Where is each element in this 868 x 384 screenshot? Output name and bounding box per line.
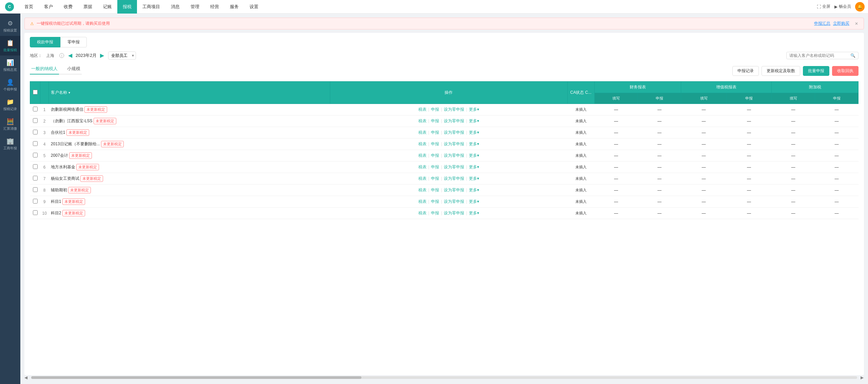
- sub-tab-small[interactable]: 小规模: [66, 64, 82, 74]
- row-checkbox-9[interactable]: [33, 210, 38, 215]
- declaration-record-button[interactable]: 申报记录: [732, 66, 759, 76]
- action-more-9[interactable]: 更多▾: [469, 211, 479, 215]
- action-declare-5[interactable]: 申报: [431, 165, 440, 169]
- update-tax-button[interactable]: 更新税定及取数: [762, 66, 800, 76]
- select-all-checkbox[interactable]: [33, 90, 38, 94]
- action-zero-5[interactable]: 设为零申报: [444, 165, 465, 169]
- search-icon[interactable]: 🔍: [850, 53, 855, 58]
- nav-tax[interactable]: 报税: [117, 0, 137, 14]
- nav-business[interactable]: 工商项目: [137, 0, 165, 14]
- nav-bookkeeping[interactable]: 记账: [98, 0, 117, 14]
- sidebar-item-tax-settings[interactable]: ⚙ 报税设置: [0, 16, 20, 36]
- row-checkbox-4[interactable]: [33, 153, 38, 157]
- row-checkbox-6[interactable]: [33, 176, 38, 180]
- nav-fee[interactable]: 收费: [58, 0, 78, 14]
- trial-banner-close[interactable]: ✕: [855, 21, 858, 26]
- sidebar-item-annual-tax[interactable]: 🧮 汇算清缴: [0, 114, 20, 134]
- action-zero-8[interactable]: 设为零申报: [444, 199, 465, 204]
- action-more-4[interactable]: 更多▾: [469, 153, 479, 158]
- collect-receipt-button[interactable]: 收取回执: [832, 66, 859, 76]
- action-tax-form-0[interactable]: 税表: [418, 107, 428, 112]
- action-tax-form-2[interactable]: 税表: [418, 130, 428, 135]
- region-info-icon[interactable]: i: [59, 53, 64, 58]
- action-declare-4[interactable]: 申报: [431, 153, 440, 158]
- action-more-3[interactable]: 更多▾: [469, 142, 479, 146]
- scroll-right-btn[interactable]: ▶: [861, 375, 864, 380]
- prev-month-button[interactable]: ◀: [68, 53, 72, 58]
- tab-tax-declaration[interactable]: 税款申报: [30, 37, 60, 47]
- status-tag-8: 未更新税定: [62, 198, 85, 205]
- action-tax-form-4[interactable]: 税表: [418, 153, 428, 158]
- sidebar-item-tax-overview[interactable]: 📊 报税总览: [0, 56, 20, 75]
- action-more-6[interactable]: 更多▾: [469, 176, 479, 181]
- action-tax-form-7[interactable]: 税表: [418, 188, 428, 192]
- sidebar-item-business-annual[interactable]: 🏢 工商年报: [0, 134, 20, 154]
- nav-operation[interactable]: 经营: [205, 0, 224, 14]
- horizontal-scrollbar[interactable]: ◀ ▶: [24, 375, 864, 380]
- action-declare-6[interactable]: 申报: [431, 176, 440, 181]
- action-declare-0[interactable]: 申报: [431, 107, 440, 112]
- fullscreen-button[interactable]: ⛶ 全屏: [817, 4, 830, 9]
- row-checkbox-3[interactable]: [33, 141, 38, 146]
- action-more-8[interactable]: 更多▾: [469, 199, 479, 204]
- action-more-2[interactable]: 更多▾: [469, 130, 479, 135]
- action-tax-form-1[interactable]: 税表: [418, 119, 428, 123]
- next-month-button[interactable]: ▶: [100, 53, 104, 58]
- action-tax-form-5[interactable]: 税表: [418, 165, 428, 169]
- action-more-0[interactable]: 更多▾: [469, 107, 479, 112]
- scroll-left-btn[interactable]: ◀: [24, 375, 28, 380]
- trial-banner-link2[interactable]: 立即购买: [833, 21, 849, 26]
- nav-home[interactable]: 首页: [19, 0, 39, 14]
- action-declare-7[interactable]: 申报: [431, 188, 440, 192]
- nav-client[interactable]: 客户: [39, 0, 58, 14]
- batch-declare-button[interactable]: 批量申报: [803, 66, 829, 76]
- action-more-7[interactable]: 更多▾: [469, 188, 479, 192]
- trial-banner-link1[interactable]: 申报汇总: [814, 21, 830, 26]
- row-col1-2: —: [638, 127, 681, 138]
- nav-manage[interactable]: 管理: [185, 0, 205, 14]
- action-more-5[interactable]: 更多▾: [469, 165, 479, 169]
- sub-tab-general[interactable]: 一般的纳税人: [30, 64, 59, 74]
- action-tax-form-9[interactable]: 税表: [418, 211, 428, 215]
- row-actions-5: 税表 | 申报 | 设为零申报 | 更多▾: [330, 162, 568, 173]
- action-zero-2[interactable]: 设为零申报: [444, 130, 465, 135]
- action-zero-9[interactable]: 设为零申报: [444, 211, 465, 215]
- action-declare-1[interactable]: 申报: [431, 119, 440, 123]
- search-input[interactable]: [789, 53, 850, 58]
- row-checkbox-8[interactable]: [33, 199, 38, 204]
- sidebar-item-tax-records[interactable]: 📁 报税记录: [0, 95, 20, 114]
- staff-select[interactable]: 全部员工: [108, 51, 136, 60]
- action-zero-1[interactable]: 设为零申报: [444, 119, 465, 123]
- nav-message[interactable]: 消息: [165, 0, 185, 14]
- nav-settings[interactable]: 设置: [244, 0, 264, 14]
- action-declare-8[interactable]: 申报: [431, 199, 440, 204]
- action-zero-0[interactable]: 设为零申报: [444, 107, 465, 112]
- action-declare-2[interactable]: 申报: [431, 130, 440, 135]
- row-checkbox-0[interactable]: [33, 107, 38, 111]
- row-checkbox-7[interactable]: [33, 187, 38, 192]
- nav-service[interactable]: 服务: [224, 0, 244, 14]
- sidebar-item-personal-tax[interactable]: 👤 个税申报: [0, 75, 20, 95]
- nav-invoice[interactable]: 票据: [78, 0, 98, 14]
- action-tax-form-3[interactable]: 税表: [418, 142, 428, 146]
- action-zero-3[interactable]: 设为零申报: [444, 142, 465, 146]
- row-checkbox-1[interactable]: [33, 118, 38, 123]
- row-checkbox-2[interactable]: [33, 130, 38, 134]
- th-vat-fill: 填写: [681, 93, 726, 104]
- sidebar-item-batch-tax[interactable]: 📋 批量报税: [0, 36, 20, 56]
- action-more-1[interactable]: 更多▾: [469, 119, 479, 123]
- row-checkbox-5[interactable]: [33, 164, 38, 169]
- action-tax-form-8[interactable]: 税表: [418, 199, 428, 204]
- tab-zero-declaration[interactable]: 零申报: [60, 37, 87, 47]
- action-zero-7[interactable]: 设为零申报: [444, 188, 465, 192]
- action-declare-3[interactable]: 申报: [431, 142, 440, 146]
- user-avatar[interactable]: 🔔: [855, 2, 865, 12]
- trial-banner: ⚠ 一键报税功能已过试用期，请购买后使用 申报汇总 立即购买 ✕: [24, 18, 864, 29]
- action-zero-6[interactable]: 设为零申报: [444, 176, 465, 181]
- scroll-thumb[interactable]: [31, 376, 361, 379]
- action-declare-9[interactable]: 申报: [431, 211, 440, 215]
- nav-items: 首页 客户 收费 票据 记账 报税 工商项目 消息 管理 经营 服务 设置: [19, 0, 817, 14]
- vip-button[interactable]: ▶ 畅会员: [834, 4, 851, 9]
- action-tax-form-6[interactable]: 税表: [418, 176, 428, 181]
- action-zero-4[interactable]: 设为零申报: [444, 153, 465, 158]
